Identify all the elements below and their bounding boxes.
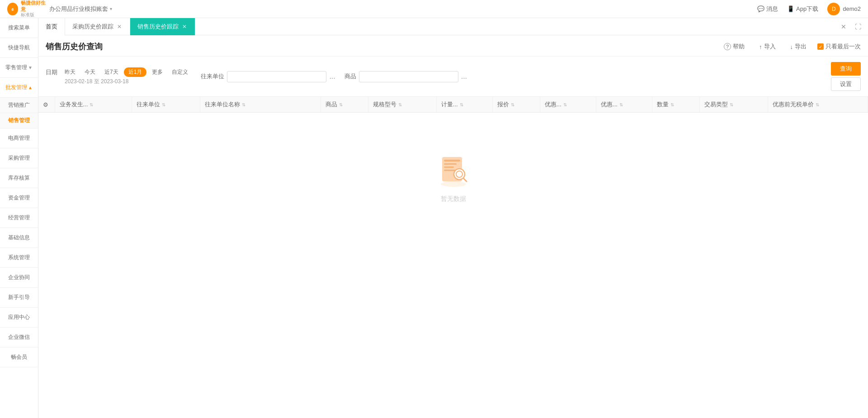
svg-text:6: 6 (11, 7, 14, 12)
sidebar-item-quick-nav[interactable]: 快捷导航 (0, 38, 38, 58)
page-header-actions: ? 帮助 ↑ 导入 ↓ 导出 ✓ 只看最后一次 (720, 41, 861, 52)
sidebar-item-search-menu[interactable]: 搜索菜单 (0, 18, 38, 38)
th-spec[interactable]: 规格型号 ⇅ (368, 97, 436, 113)
tab-home-label: 首页 (46, 23, 57, 31)
tab-close-all-button[interactable]: ✕ (837, 20, 850, 33)
sidebar-item-enterprise-collab[interactable]: 企业协同 (0, 268, 38, 288)
date-last7days-btn[interactable]: 近7天 (101, 67, 122, 77)
data-table: ⚙ 业务发生... ⇅ 往来单 (38, 97, 868, 113)
th-settings[interactable]: ⚙ (38, 97, 55, 113)
sort-icon-goods: ⇅ (339, 102, 343, 107)
sort-icon-partner-code: ⇅ (162, 102, 165, 107)
th-quote[interactable]: 报价 ⇅ (493, 97, 540, 113)
help-button[interactable]: ? 帮助 (720, 41, 748, 52)
svg-line-10 (463, 178, 467, 181)
sidebar: 搜索菜单 快捷导航 零售管理 ▼ 批发管理 ▲ 营销推广 销售管理 电商管理 采… (0, 18, 38, 418)
import-button[interactable]: ↑ 导入 (755, 41, 779, 52)
tab-bar: 首页 采购历史价跟踪 ✕ 销售历史价跟踪 ✕ ✕ ⛶ (38, 18, 868, 35)
tab-purchase-label: 采购历史价跟踪 (72, 23, 113, 31)
only-last-checkbox[interactable]: ✓ (817, 43, 824, 50)
empty-state: 暂无数据 (38, 113, 868, 239)
sort-icon-trade-type: ⇅ (730, 102, 733, 107)
sidebar-item-ecommerce-mgmt[interactable]: 电商管理 (0, 128, 38, 148)
date-more-btn[interactable]: 更多 (148, 67, 166, 77)
wholesale-mgmt-label: 批发管理 (5, 84, 27, 91)
main-layout: 搜索菜单 快捷导航 零售管理 ▼ 批发管理 ▲ 营销推广 销售管理 电商管理 采… (0, 18, 868, 418)
th-pretax-price-label: 优惠前无税单价 (773, 100, 814, 109)
sort-icon-biz-date: ⇅ (90, 102, 93, 107)
date-today-btn[interactable]: 今天 (81, 67, 99, 77)
tab-home[interactable]: 首页 (38, 18, 65, 35)
th-qty[interactable]: 数量 ⇅ (652, 97, 700, 113)
sidebar-item-biz-mgmt[interactable]: 经营管理 (0, 208, 38, 228)
th-goods[interactable]: 商品 ⇅ (321, 97, 368, 113)
th-discount1[interactable]: 优惠... ⇅ (540, 97, 596, 113)
retail-arrow-icon: ▼ (28, 65, 33, 70)
query-button[interactable]: 查询 (831, 62, 861, 76)
tab-purchase-history[interactable]: 采购历史价跟踪 ✕ (65, 18, 130, 35)
th-spec-label: 规格型号 (373, 100, 396, 109)
avatar: D (827, 3, 840, 15)
tab-expand-button[interactable]: ⛶ (852, 20, 864, 33)
th-discount2[interactable]: 优惠... ⇅ (596, 97, 652, 113)
th-quote-label: 报价 (497, 100, 509, 109)
sidebar-item-basic-info[interactable]: 基础信息 (0, 228, 38, 248)
filter-area: 日期 昨天 今天 近7天 近1月 更多 自定义 2023-02-18 (38, 57, 868, 97)
svg-rect-7 (444, 170, 456, 171)
th-unit[interactable]: 计量... ⇅ (436, 97, 492, 113)
sort-icon-qty: ⇅ (670, 102, 674, 107)
sidebar-item-retail-mgmt[interactable]: 零售管理 ▼ (0, 58, 38, 78)
sidebar-item-wholesale-mgmt[interactable]: 批发管理 ▲ (0, 78, 38, 98)
sidebar-item-new-guide[interactable]: 新手引导 (0, 288, 38, 308)
th-discount1-label: 优惠... (545, 100, 561, 109)
date-yesterday-btn[interactable]: 昨天 (61, 67, 79, 77)
app-download-action[interactable]: 📱 App下载 (787, 5, 818, 13)
date-buttons: 昨天 今天 近7天 近1月 更多 自定义 (61, 67, 192, 77)
top-header: 6 畅捷信好生意 标准版 办公用品行业模拟账套 ▾ 💬 消息 📱 App下载 D… (0, 0, 868, 18)
date-custom-btn[interactable]: 自定义 (168, 67, 192, 77)
th-goods-label: 商品 (326, 100, 337, 109)
page-header: 销售历史价查询 ? 帮助 ↑ 导入 ↓ 导出 (38, 35, 868, 57)
sidebar-item-enterprise-wechat[interactable]: 企业微信 (0, 328, 38, 347)
th-pretax-price[interactable]: 优惠前无税单价 ⇅ (768, 97, 868, 113)
sidebar-item-marketing[interactable]: 营销推广 (0, 98, 38, 113)
partner-input[interactable] (227, 71, 326, 82)
th-partner-name[interactable]: 往来单位名称 ⇅ (200, 97, 321, 113)
goods-input[interactable] (359, 71, 458, 82)
quick-nav-label: 快捷导航 (8, 44, 30, 52)
username-label: demo2 (843, 5, 861, 12)
sidebar-item-stock-calc[interactable]: 库存核算 (0, 168, 38, 188)
message-action[interactable]: 💬 消息 (757, 5, 778, 13)
settings-button[interactable]: 设置 (831, 77, 861, 91)
svg-rect-4 (444, 160, 460, 162)
help-icon: ? (724, 43, 731, 50)
svg-rect-6 (444, 166, 454, 168)
import-icon: ↑ (759, 43, 762, 50)
goods-dots[interactable]: ... (461, 72, 467, 81)
th-trade-type-label: 交易类型 (704, 100, 728, 109)
sidebar-item-member[interactable]: 畅会员 (0, 347, 38, 367)
th-trade-type[interactable]: 交易类型 ⇅ (700, 97, 768, 113)
th-partner-code[interactable]: 往来单位 ⇅ (132, 97, 200, 113)
date-buttons-row: 日期 昨天 今天 近7天 近1月 更多 自定义 (46, 67, 192, 77)
sidebar-item-system-mgmt[interactable]: 系统管理 (0, 248, 38, 268)
sidebar-item-purchase-mgmt[interactable]: 采购管理 (0, 148, 38, 168)
export-label: 导出 (795, 43, 807, 51)
tab-purchase-close-icon[interactable]: ✕ (116, 24, 123, 30)
tab-sales-close-icon[interactable]: ✕ (181, 24, 188, 30)
sort-icon-discount2: ⇅ (619, 102, 623, 107)
date-last1month-btn[interactable]: 近1月 (124, 67, 147, 77)
import-label: 导入 (764, 43, 776, 51)
export-button[interactable]: ↓ 导出 (787, 41, 811, 52)
workspace-selector[interactable]: 办公用品行业模拟账套 ▾ (49, 5, 112, 13)
sidebar-item-app-center[interactable]: 应用中心 (0, 308, 38, 328)
th-biz-date[interactable]: 业务发生... ⇅ (55, 97, 132, 113)
retail-mgmt-label: 零售管理 (5, 64, 27, 71)
partner-dots[interactable]: ... (329, 72, 335, 81)
sidebar-item-sales-mgmt[interactable]: 销售管理 (0, 113, 38, 128)
date-range-display: 2023-02-18 至 2023-03-18 (46, 78, 192, 86)
user-area[interactable]: D demo2 (827, 3, 861, 15)
only-last-checkbox-group[interactable]: ✓ 只看最后一次 (817, 43, 861, 51)
tab-sales-history[interactable]: 销售历史价跟踪 ✕ (130, 18, 195, 35)
sidebar-item-finance-mgmt[interactable]: 资金管理 (0, 188, 38, 208)
